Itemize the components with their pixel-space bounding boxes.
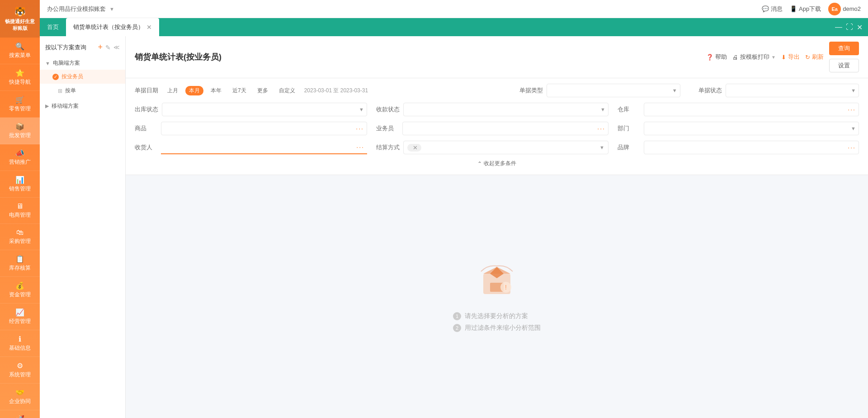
date-tabs: 上月 本月 本年 近7天 更多 自定义: [164, 86, 299, 95]
close-window-btn[interactable]: ✕: [857, 23, 863, 32]
sidebar-item-sales[interactable]: 📊 销售管理: [0, 171, 40, 198]
right-content: 销货单统计表(按业务员) ❓ 帮助 🖨 按模板打印 ▼ ⬇: [126, 36, 868, 418]
sidebar-item-finance[interactable]: 💰 资金管理: [0, 277, 40, 304]
collapse-chevron-icon: ⌃: [477, 161, 482, 167]
app-selector-chevron[interactable]: ▼: [109, 6, 114, 12]
sidebar-item-enterprise[interactable]: 🤝 企业协同: [0, 384, 40, 410]
salesperson-dots[interactable]: ···: [597, 125, 605, 132]
warehouse-label: 仓库: [618, 105, 640, 114]
settle-method-select[interactable]: ✕ ▼: [403, 141, 609, 154]
date-tab-custom[interactable]: 自定义: [275, 86, 299, 95]
app-download-btn[interactable]: 📱 App下载: [790, 5, 821, 13]
empty-tip-1: 1 请先选择要分析的方案: [453, 312, 541, 320]
receipt-status-select[interactable]: ▼: [403, 103, 609, 116]
department-label: 部门: [618, 124, 640, 133]
tab-home[interactable]: 首页: [40, 18, 66, 36]
recipient-select[interactable]: ···: [161, 141, 367, 154]
salesperson-select[interactable]: ···: [402, 122, 609, 135]
sidebar-item-purchase[interactable]: 🛍 采购管理: [0, 224, 40, 250]
goods-item: 商品 ···: [135, 122, 376, 135]
panel-collapse-btn[interactable]: ≪: [113, 44, 120, 51]
finance-icon: 💰: [2, 281, 38, 290]
sidebar-label-system: 系统管理: [9, 371, 31, 378]
panel-add-btn[interactable]: +: [98, 43, 103, 52]
tab-report[interactable]: 销货单统计表（按业务员） ✕: [66, 18, 159, 36]
settle-method-tag-close[interactable]: ✕: [413, 144, 418, 151]
warehouse-dots[interactable]: ···: [848, 106, 856, 113]
date-tab-7days[interactable]: 近7天: [229, 86, 250, 95]
out-status-label: 出库状态: [135, 105, 158, 114]
help-label: 帮助: [715, 53, 727, 61]
empty-tip-1-text: 请先选择要分析的方案: [465, 312, 528, 320]
tree-group-desktop-header[interactable]: ▼ 电脑端方案: [40, 57, 125, 70]
sidebar-item-retail[interactable]: 🛒 零售管理: [0, 91, 40, 118]
date-range: 2023-03-01 至 2023-03-31: [304, 87, 368, 95]
query-button[interactable]: 查询: [829, 42, 859, 55]
ecommerce-icon: 🖥: [2, 202, 38, 210]
tip-num-2: 2: [453, 324, 461, 332]
sidebar-item-ecommerce[interactable]: 🖥 电商管理: [0, 198, 40, 224]
sidebar-item-system[interactable]: ⚙ 系统管理: [0, 357, 40, 384]
date-tab-this-year[interactable]: 本年: [207, 86, 225, 95]
operation-icon: 📈: [2, 308, 38, 317]
brand-select[interactable]: ···: [644, 141, 859, 154]
sidebar-item-search[interactable]: 🔍 搜索菜单: [0, 38, 40, 64]
department-select[interactable]: ▼: [644, 122, 859, 135]
warehouse-select[interactable]: ···: [644, 103, 859, 116]
sidebar-label-quicknav: 快捷导航: [9, 79, 31, 85]
minimize-btn[interactable]: —: [835, 23, 842, 31]
sidebar-label-wholesale: 批发管理: [9, 132, 31, 138]
svg-text:!: !: [505, 284, 507, 291]
sidebar-item-basic[interactable]: ℹ 基础信息: [0, 330, 40, 357]
sidebar-item-quicknav[interactable]: ⭐ 快捷导航: [0, 64, 40, 91]
empty-tip-2: 2 用过滤条件来缩小分析范围: [453, 324, 541, 332]
doc-status-select[interactable]: ▼: [726, 84, 859, 97]
maximize-btn[interactable]: ⛶: [846, 23, 853, 31]
message-label: 消息: [771, 5, 783, 13]
export-icon: ⬇: [781, 54, 786, 61]
sidebar-item-marketing[interactable]: 📣 营销推广: [0, 144, 40, 171]
collapse-btn[interactable]: ⌃ 收起更多条件: [472, 158, 522, 169]
panel-edit-btn[interactable]: ✎: [105, 44, 111, 51]
doc-type-select[interactable]: ▼: [547, 84, 680, 97]
logo-area: 🐯 畅捷通好生意 标账版: [0, 0, 40, 38]
settle-method-tag: ✕: [407, 144, 421, 152]
top-header: 办公用品行业模拟账套 ▼ 💬 消息 📱 App下载 Ea demo2: [40, 0, 868, 18]
settings-button[interactable]: 设置: [829, 59, 859, 72]
sidebar-item-inventory[interactable]: 📋 库存核算: [0, 250, 40, 277]
sidebar-item-newbie[interactable]: 🚀 新手引导: [0, 410, 40, 418]
refresh-btn[interactable]: ↻ 刷新: [805, 53, 824, 61]
tree-item-order[interactable]: ⊞ 按单: [40, 84, 125, 98]
tab-bar: 首页 销货单统计表（按业务员） ✕ — ⛶ ✕: [40, 18, 868, 36]
inventory-icon: 📋: [2, 255, 38, 263]
date-filter-label: 单据日期: [135, 86, 158, 95]
app-selector-label[interactable]: 办公用品行业模拟账套: [47, 5, 106, 13]
sidebar-item-wholesale[interactable]: 📦 批发管理: [0, 118, 40, 144]
recipient-dots[interactable]: ···: [356, 143, 364, 151]
tree-group-desktop-label: 电脑端方案: [53, 59, 80, 67]
goods-select[interactable]: ···: [161, 122, 367, 135]
out-status-select[interactable]: ▼: [162, 103, 367, 116]
export-btn[interactable]: ⬇ 导出: [781, 53, 800, 61]
message-btn[interactable]: 💬 消息: [762, 5, 783, 13]
page-title: 销货单统计表(按业务员): [135, 52, 222, 62]
settle-method-label: 结算方式: [376, 143, 400, 152]
help-btn[interactable]: ❓ 帮助: [706, 53, 727, 61]
sidebar-item-operation[interactable]: 📈 经营管理: [0, 304, 40, 330]
tab-close-icon[interactable]: ✕: [146, 24, 152, 31]
user-area[interactable]: Ea demo2: [828, 3, 861, 15]
template-print-btn[interactable]: 🖨 按模板打印 ▼: [732, 53, 776, 61]
tree-group-mobile-header[interactable]: ▶ 移动端方案: [40, 100, 125, 113]
brand-dots[interactable]: ···: [848, 144, 856, 151]
help-icon: ❓: [706, 54, 713, 61]
filter-row-4: 收货人 ··· 结算方式 ✕ ▼: [135, 141, 859, 154]
filter-row-2: 出库状态 ▼ 收款状态 ▼ 仓库: [135, 103, 859, 116]
goods-dots[interactable]: ···: [356, 125, 364, 132]
date-tab-this-month[interactable]: 本月: [185, 86, 203, 95]
goods-label: 商品: [135, 124, 157, 133]
date-tab-last-month[interactable]: 上月: [164, 86, 182, 95]
tree-item-salesperson[interactable]: ✓ 按业务员: [40, 70, 125, 84]
date-tab-more[interactable]: 更多: [254, 86, 272, 95]
out-status-caret: ▼: [359, 107, 364, 112]
refresh-icon: ↻: [805, 54, 810, 61]
